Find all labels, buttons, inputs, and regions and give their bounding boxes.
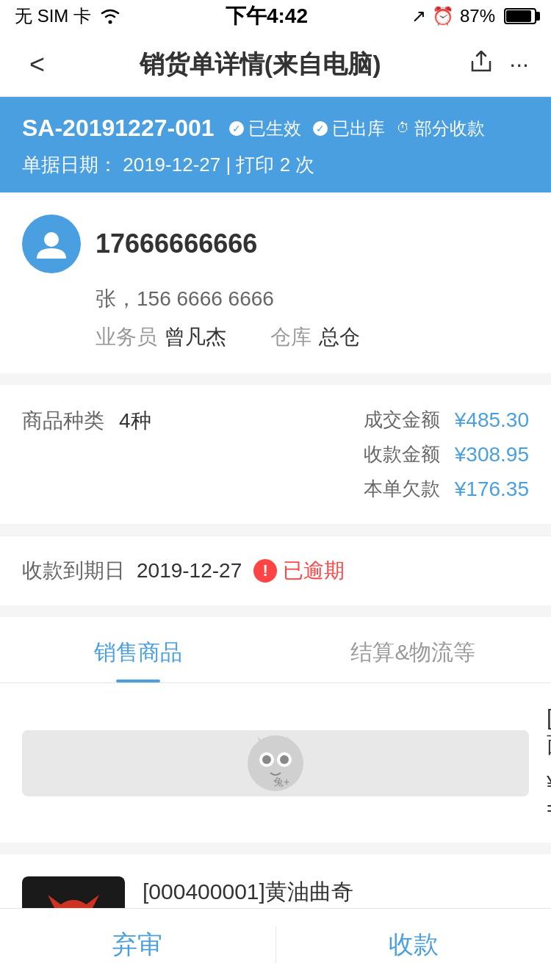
deal-amount-row: 成交金额 ¥485.30 bbox=[364, 407, 529, 433]
customer-name: 17666666666 bbox=[96, 228, 257, 259]
battery-text: 87% bbox=[460, 6, 495, 26]
status-bar: 无 SIM 卡 下午4:42 ↗ ⏰ 87% bbox=[0, 0, 551, 32]
list-item: 兔+ [0000002]面包 ¥40 x 5袋 = ¥199.99 bbox=[0, 683, 551, 843]
svg-point-6 bbox=[280, 755, 289, 764]
stats-section: 商品种类 4种 成交金额 ¥485.30 收款金额 ¥308.95 本单欠款 ¥… bbox=[0, 385, 551, 524]
collect-payment-button[interactable]: 收款 bbox=[276, 913, 552, 976]
due-date-section: 收款到期日 2019-12-27 ! 已逾期 bbox=[0, 536, 551, 605]
product-price-1: ¥40 x 5袋 = ¥199.99 bbox=[547, 769, 551, 821]
check-icon-2: ✓ bbox=[313, 121, 328, 136]
price-eq-1: = bbox=[547, 797, 551, 820]
due-label: 收款到期日 bbox=[22, 557, 125, 585]
status-partial-label: 部分收款 bbox=[414, 117, 485, 140]
status-left: 无 SIM 卡 bbox=[15, 4, 122, 28]
order-id: SA-20191227-001 bbox=[22, 115, 215, 142]
tab-bar: 销售商品 结算&物流等 bbox=[0, 617, 551, 683]
status-tag-shipped: ✓ 已出库 bbox=[313, 117, 385, 140]
tab-underline bbox=[116, 680, 160, 682]
status-tag-effective: ✓ 已生效 bbox=[229, 117, 301, 140]
product-name-1: [0000002]面包 bbox=[547, 705, 551, 760]
alarm-icon: ⏰ bbox=[432, 6, 454, 26]
print-count: 2 bbox=[280, 154, 290, 176]
status-tag-partial: ⏱ 部分收款 bbox=[397, 117, 485, 140]
status-tags: ✓ 已生效 ✓ 已出库 ⏱ 部分收款 bbox=[229, 117, 485, 140]
product-info-1: [0000002]面包 ¥40 x 5袋 = ¥199.99 bbox=[547, 705, 551, 821]
product-thumb-1: 兔+ bbox=[22, 730, 529, 796]
salesperson-value: 曾凡杰 bbox=[165, 323, 226, 351]
received-label: 收款金额 bbox=[364, 442, 440, 467]
status-effective-label: 已生效 bbox=[248, 117, 301, 140]
stats-right: 成交金额 ¥485.30 收款金额 ¥308.95 本单欠款 ¥176.35 bbox=[364, 407, 529, 502]
customer-meta: 业务员 曾凡杰 仓库 总仓 bbox=[22, 323, 529, 351]
product-type-label: 商品种类 bbox=[22, 407, 104, 435]
location-icon: ↗ bbox=[411, 6, 426, 26]
salesperson-item: 业务员 曾凡杰 bbox=[96, 323, 226, 351]
avatar bbox=[22, 215, 81, 273]
header-banner: SA-20191227-001 ✓ 已生效 ✓ 已出库 ⏱ 部分收款 单据日期：… bbox=[0, 97, 551, 192]
page-title: 销货单详情(来自电脑) bbox=[140, 48, 381, 82]
debt-value: ¥176.35 bbox=[455, 478, 529, 501]
warehouse-value: 总仓 bbox=[319, 323, 360, 351]
deal-amount-label: 成交金额 bbox=[364, 407, 440, 433]
debt-row: 本单欠款 ¥176.35 bbox=[364, 476, 529, 502]
date-label: 单据日期： bbox=[22, 154, 118, 176]
clock-icon: ⏱ bbox=[397, 120, 410, 136]
deal-amount-value: ¥485.30 bbox=[455, 408, 529, 432]
order-date-row: 单据日期： 2019-12-27 | 打印 2 次 bbox=[22, 152, 529, 178]
check-icon-1: ✓ bbox=[229, 121, 244, 136]
warehouse-label: 仓库 bbox=[270, 323, 311, 351]
tab-sales-label: 销售商品 bbox=[94, 640, 182, 664]
due-date-value: 2019-12-27 bbox=[137, 559, 242, 583]
print-separator: | bbox=[226, 154, 236, 176]
carrier-text: 无 SIM 卡 bbox=[15, 4, 91, 28]
overdue-text: 已逾期 bbox=[283, 557, 345, 585]
customer-detail: 张，156 6666 6666 bbox=[22, 285, 529, 313]
received-row: 收款金额 ¥308.95 bbox=[364, 442, 529, 467]
more-button[interactable]: ··· bbox=[509, 51, 529, 78]
back-button[interactable]: < bbox=[22, 42, 52, 87]
bottom-bar: 弃审 收款 bbox=[0, 908, 551, 980]
svg-text:兔+: 兔+ bbox=[273, 776, 289, 788]
status-shipped-label: 已出库 bbox=[332, 117, 385, 140]
stats-left: 商品种类 4种 bbox=[22, 407, 364, 435]
battery-icon bbox=[504, 8, 536, 24]
nav-bar: < 销货单详情(来自电脑) ··· bbox=[0, 32, 551, 97]
tab-settlement-label: 结算&物流等 bbox=[350, 640, 475, 664]
price-base-1: ¥40 x bbox=[547, 771, 551, 794]
svg-point-0 bbox=[109, 21, 112, 24]
debt-label: 本单欠款 bbox=[364, 476, 440, 502]
tab-sales-products[interactable]: 销售商品 bbox=[0, 617, 276, 682]
received-value: ¥308.95 bbox=[455, 443, 529, 466]
overdue-icon: ! bbox=[253, 559, 277, 583]
salesperson-label: 业务员 bbox=[96, 323, 157, 351]
order-date-value: 2019-12-27 bbox=[123, 154, 220, 176]
wifi-icon bbox=[98, 7, 122, 25]
customer-row: 17666666666 bbox=[22, 215, 529, 273]
share-button[interactable] bbox=[468, 48, 494, 81]
warehouse-item: 仓库 总仓 bbox=[270, 323, 360, 351]
tab-settlement[interactable]: 结算&物流等 bbox=[276, 617, 551, 682]
nav-actions: ··· bbox=[468, 48, 529, 81]
print-unit: 次 bbox=[295, 154, 314, 176]
svg-point-1 bbox=[44, 232, 59, 247]
status-right: ↗ ⏰ 87% bbox=[411, 6, 536, 26]
overdue-badge: ! 已逾期 bbox=[253, 557, 345, 585]
print-label: 打印 bbox=[236, 154, 274, 176]
abandon-review-button[interactable]: 弃审 bbox=[0, 913, 276, 976]
status-time: 下午4:42 bbox=[226, 2, 308, 30]
product-type-value: 4种 bbox=[119, 407, 151, 435]
order-id-row: SA-20191227-001 ✓ 已生效 ✓ 已出库 ⏱ 部分收款 bbox=[22, 115, 529, 142]
customer-section: 17666666666 张，156 6666 6666 业务员 曾凡杰 仓库 总… bbox=[0, 192, 551, 373]
svg-point-5 bbox=[262, 755, 271, 764]
product-name-2: [000400001]黄油曲奇 bbox=[143, 877, 529, 907]
